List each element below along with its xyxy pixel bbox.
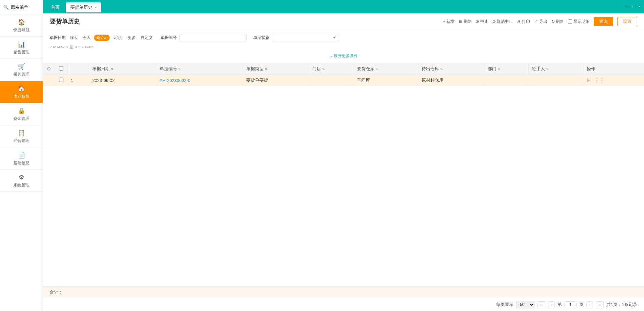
cancel-stop-button[interactable]: ⊘ 取消中止 — [492, 19, 513, 25]
window-minimize-btn[interactable]: — — [625, 4, 629, 9]
total-info: 共1页，1条记录 — [606, 302, 637, 308]
td-req-warehouse: 车间库 — [354, 75, 418, 86]
print-button[interactable]: 🖨 打印 — [517, 19, 530, 25]
date-btn-more[interactable]: 更多 — [126, 35, 137, 41]
delete-button[interactable]: 🗑 删除 — [459, 19, 472, 25]
row-checkbox[interactable] — [59, 78, 63, 82]
sidebar-item-label: 采购管理 — [13, 72, 30, 77]
sidebar-item-operation[interactable]: 📋 经营管理 — [0, 125, 43, 147]
sidebar: 🔍 搜索菜单 🏠 快捷导航 📊 销售管理 🛒 采购管理 🏠 库存核算 🔒 资金管… — [0, 0, 43, 311]
td-checkbox[interactable] — [55, 75, 67, 86]
date-filter-label: 单据日期 — [50, 35, 66, 41]
date-btn-yesterday[interactable]: 昨天 — [68, 35, 79, 41]
date-btn-today[interactable]: 今天 — [81, 35, 92, 41]
sidebar-item-finance[interactable]: 🔒 资金管理 — [0, 103, 43, 125]
sidebar-item-system[interactable]: ⚙ 系统管理 — [0, 170, 43, 192]
main-area: 首页 要货单历史 × — □ × 要货单历史 + 新增 🗑 删除 ⊘ 中止 ⊘ … — [43, 0, 644, 311]
sidebar-search[interactable]: 🔍 搜索菜单 — [0, 0, 43, 14]
search-icon: 🔍 — [3, 5, 9, 10]
date-btn-7days[interactable]: 近7天 — [94, 35, 110, 41]
th-doc-no[interactable]: 单据编号⇅ — [156, 63, 243, 75]
toolbar: + 新增 🗑 删除 ⊘ 中止 ⊘ 取消中止 🖨 打印 ↗ 导出 ↻ 刷新 显示明… — [443, 17, 637, 26]
th-doc-type[interactable]: 单据类型⇅ — [243, 63, 309, 75]
th-checkbox — [55, 63, 67, 75]
th-handler[interactable]: 经手人⇅ — [529, 63, 583, 75]
sidebar-item-label: 资金管理 — [13, 116, 30, 122]
stop-button[interactable]: ⊘ 中止 — [476, 19, 488, 25]
sort-icon-store: ⇅ — [322, 67, 325, 71]
sidebar-item-basic[interactable]: 📄 基础信息 — [0, 147, 43, 170]
th-doc-date[interactable]: 单据日期⇅ — [89, 63, 156, 75]
expand-more-btn[interactable]: ⌄ 展开更多条件 — [329, 53, 358, 59]
sidebar-item-label: 经营管理 — [13, 138, 30, 144]
window-maximize-btn[interactable]: □ — [633, 4, 635, 9]
sort-icon-pending-warehouse: ⇅ — [440, 67, 443, 71]
th-action: 操作 — [583, 63, 644, 75]
sidebar-item-quick-nav[interactable]: 🏠 快捷导航 — [0, 14, 43, 37]
clipboard-icon: 📋 — [18, 129, 25, 137]
page-last-btn[interactable]: » — [596, 301, 603, 308]
lock-icon: 🔒 — [18, 107, 25, 115]
setting-button[interactable]: 设置 — [617, 17, 637, 26]
row-more-icon[interactable]: ⋮⋮ — [594, 77, 604, 83]
page-first-btn[interactable]: « — [537, 301, 545, 308]
sidebar-search-label: 搜索菜单 — [11, 4, 28, 10]
gear-icon: ⚙ — [19, 174, 24, 181]
date-btn-custom[interactable]: 自定义 — [139, 35, 154, 41]
page-number-input[interactable] — [565, 301, 577, 308]
page-input-prefix: 第 — [557, 302, 562, 308]
chevron-down-icon: ⌄ — [329, 54, 332, 58]
sidebar-item-purchase[interactable]: 🛒 采购管理 — [0, 59, 43, 81]
page-size-select[interactable]: 50 100 200 — [516, 301, 535, 308]
page-size-label: 每页显示 — [496, 302, 514, 308]
status-select[interactable] — [272, 34, 339, 41]
th-store[interactable]: 门店⇅ — [309, 63, 354, 75]
add-button[interactable]: + 新增 — [443, 19, 454, 25]
doc-no-link[interactable]: YH-20230602-0 — [160, 78, 191, 83]
status-filter: 单据状态 — [253, 34, 339, 41]
tab-active[interactable]: 要货单历史 × — [66, 2, 101, 12]
window-close-btn[interactable]: × — [638, 4, 641, 9]
filter-row-1: 单据日期 昨天 今天 近7天 近1月 更多 自定义 单据编号 — [50, 34, 637, 41]
tab-home-label: 首页 — [51, 4, 60, 10]
sort-icon-doc-no: ⇅ — [178, 67, 181, 71]
display-detail-check[interactable] — [568, 19, 572, 24]
doc-no-label: 单据编号 — [161, 35, 177, 41]
sidebar-item-label: 快捷导航 — [13, 27, 30, 33]
page-next-btn[interactable]: › — [586, 301, 593, 308]
td-settings — [43, 75, 55, 86]
chart-icon: 📊 — [18, 41, 25, 48]
total-label: 合计： — [50, 289, 63, 295]
td-pending-warehouse: 原材料仓库 — [418, 75, 484, 86]
sidebar-item-label: 系统管理 — [13, 182, 30, 188]
refresh-button[interactable]: ↻ 刷新 — [551, 19, 564, 25]
column-settings-icon[interactable]: ⚙ — [47, 66, 51, 72]
filter-row-date-range: 2023-05-27 至 2023-06-02 — [50, 45, 637, 50]
th-req-warehouse[interactable]: 要货仓库⇅ — [354, 63, 418, 75]
filter-area: 单据日期 昨天 今天 近7天 近1月 更多 自定义 单据编号 — [43, 30, 644, 63]
page-title: 要货单历史 — [50, 17, 80, 26]
select-all-checkbox[interactable] — [59, 66, 63, 71]
footer-bar: 合计： — [43, 286, 644, 298]
sort-icon-req-warehouse: ⇅ — [375, 67, 378, 71]
tab-home[interactable]: 首页 — [46, 2, 64, 12]
doc-no-input[interactable] — [179, 34, 247, 41]
page-prev-btn[interactable]: ‹ — [548, 301, 555, 308]
content-area: 要货单历史 + 新增 🗑 删除 ⊘ 中止 ⊘ 取消中止 🖨 打印 ↗ 导出 ↻ … — [43, 13, 644, 311]
td-doc-date: 2023-06-02 — [89, 75, 156, 86]
td-doc-no[interactable]: YH-20230602-0 — [156, 75, 243, 86]
row-view-icon[interactable]: ⊞ — [587, 77, 591, 83]
date-btn-1month[interactable]: 近1月 — [112, 35, 125, 41]
tab-close-icon[interactable]: × — [94, 5, 96, 9]
th-dept[interactable]: 部门⇅ — [484, 63, 529, 75]
td-doc-type: 要货单要货 — [243, 75, 309, 86]
cart-icon: 🛒 — [18, 63, 25, 70]
export-button[interactable]: ↗ 导出 — [534, 19, 547, 25]
sidebar-item-inventory[interactable]: 🏠 库存核算 — [0, 81, 43, 103]
query-button[interactable]: 查询 — [594, 17, 613, 26]
th-pending-warehouse[interactable]: 待出仓库⇅ — [418, 63, 484, 75]
topbar-right-controls: — □ × — [625, 4, 641, 9]
sidebar-item-sales[interactable]: 📊 销售管理 — [0, 37, 43, 59]
display-detail-checkbox[interactable]: 显示明细 — [568, 19, 590, 25]
data-table: ⚙ 单据日期⇅ 单据编号⇅ 单据类型⇅ — [43, 63, 644, 86]
